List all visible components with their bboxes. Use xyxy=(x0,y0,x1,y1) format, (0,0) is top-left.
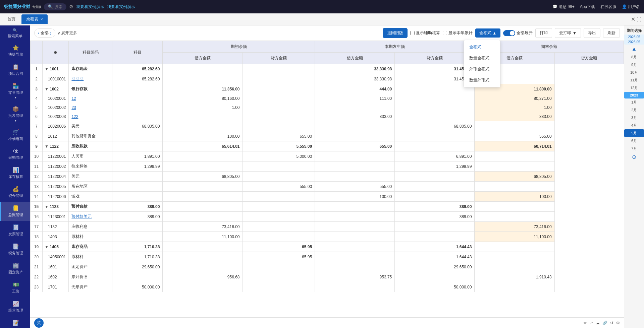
period-month-1[interactable]: 1月 xyxy=(624,99,644,106)
expand-more-btn[interactable]: ∨ 展开更多 xyxy=(57,30,77,36)
collapse-icon[interactable]: ▼ xyxy=(45,87,50,91)
search-bar[interactable]: 🔍 搜索 xyxy=(44,3,66,10)
sidebar-item-finance[interactable]: 💰 资金管理 xyxy=(0,183,30,202)
sidebar-item-ledger[interactable]: 📒 总账管理 xyxy=(0,202,30,221)
period-month-7[interactable]: 7月 xyxy=(624,145,644,152)
bottom-cloud-icon[interactable]: ☁ xyxy=(596,321,600,325)
cell-curr-credit xyxy=(315,262,395,272)
sidebar-item-invoice[interactable]: 🧾 发票管理 xyxy=(0,221,30,240)
bottom-edit-icon[interactable]: ✏ xyxy=(584,321,587,325)
cell-rownum: 9 xyxy=(31,141,43,151)
collapse-icon[interactable]: ▼ xyxy=(45,245,50,249)
name-text: 往来标签 xyxy=(71,164,88,169)
collapse-icon[interactable]: ▼ xyxy=(45,204,50,209)
sidebar-item-wholesale[interactable]: 📦 批发管理 ▼ xyxy=(0,103,30,126)
chat-btn[interactable]: 英 xyxy=(34,318,44,328)
cell-name[interactable]: 122 xyxy=(69,112,112,121)
name-link[interactable]: 23 xyxy=(71,105,76,110)
sidebar-item-sales[interactable]: 📝 小畅报销 xyxy=(0,316,30,328)
cell-name[interactable]: 预付款美元 xyxy=(69,212,112,222)
auxiliary-checkbox[interactable] xyxy=(410,31,415,35)
return-old-btn[interactable]: 退回旧版 xyxy=(383,28,408,38)
show-auxiliary-check[interactable]: 显示辅助核算 xyxy=(410,30,440,36)
tab-balance-close[interactable]: ✕ xyxy=(40,17,43,21)
cell-curr-credit: 655.00 xyxy=(315,141,395,151)
tab-bar-close-icon[interactable]: ✕ xyxy=(631,16,635,22)
name-link[interactable]: 回回回 xyxy=(71,76,84,81)
settings-icon[interactable]: ⚙ xyxy=(69,4,73,9)
period-month-12[interactable]: 12月 xyxy=(624,84,644,92)
cell-name: 所在地区 xyxy=(69,182,112,192)
code-text: 11220001 xyxy=(48,154,66,159)
period-month-11[interactable]: 11月 xyxy=(624,76,644,84)
cell-ob-credit xyxy=(163,161,243,172)
bottom-link-icon[interactable]: 🔗 xyxy=(602,321,607,325)
period-up-arrow[interactable]: ▲ xyxy=(630,45,638,53)
user-menu[interactable]: 👤 用户名 xyxy=(622,4,640,10)
annual-checkbox[interactable] xyxy=(443,31,447,35)
top-bar: 畅捷通好业财 专业版 🔍 搜索 ⚙ 我要看实例演示 我要看实例演示 💬 消息 9… xyxy=(0,0,644,13)
sidebar-item-operation[interactable]: 📈 经营管理 xyxy=(0,297,30,316)
mode-amount[interactable]: 金额式 xyxy=(464,42,500,53)
sidebar-item-quick-nav[interactable]: ⭐ 快捷导航 xyxy=(0,41,30,60)
bottom-settings-icon[interactable]: ⚙ xyxy=(616,321,620,325)
app-download-btn[interactable]: App下载 xyxy=(580,4,595,10)
period-month-4[interactable]: 4月 xyxy=(624,122,644,129)
collapse-icon[interactable]: ▼ xyxy=(45,144,50,149)
sidebar-item-inventory[interactable]: 📊 库存核算 xyxy=(0,163,30,183)
period-month-9[interactable]: 9月 xyxy=(624,61,644,69)
name-link[interactable]: 122 xyxy=(71,114,78,119)
sidebar-search[interactable]: 🔍 搜索菜单 xyxy=(0,25,30,41)
nav-forward-icon: › xyxy=(50,30,52,36)
period-month-2[interactable]: 2月 xyxy=(624,106,644,114)
notification-btn[interactable]: 💬 消息 99+ xyxy=(552,4,574,10)
mode-qty-amount[interactable]: 数量金额式 xyxy=(464,53,500,64)
sidebar-item-ecommerce[interactable]: 🛒 小畅电商 xyxy=(0,126,30,145)
tab-home[interactable]: 首页 xyxy=(3,14,20,24)
expand-all-toggle[interactable]: 全部展开 xyxy=(503,30,533,36)
expand-all-switch[interactable] xyxy=(503,30,515,36)
period-down-arrow[interactable]: ⊙ xyxy=(631,152,638,161)
refresh-btn[interactable]: 刷新 xyxy=(603,28,620,38)
bottom-undo-icon[interactable]: ↺ xyxy=(610,321,613,325)
mode-foreign-amount[interactable]: 外币金额式 xyxy=(464,64,500,75)
mode-btn[interactable]: 金额式 ▲ xyxy=(475,28,500,38)
cloud-print-btn[interactable]: 云打印 ▼ xyxy=(555,28,581,38)
cell-name[interactable]: 回回回 xyxy=(69,74,112,84)
sidebar-item-retail[interactable]: 🏪 零售管理 ▼ xyxy=(0,79,30,103)
period-month-5[interactable]: 5月 xyxy=(624,129,644,137)
name-link[interactable]: 12 xyxy=(71,96,76,101)
code-text: 1602 xyxy=(48,275,57,279)
tab-bar-expand-icon[interactable]: ⛶ xyxy=(637,17,641,22)
demo-text[interactable]: 我要看实例演示 xyxy=(107,4,135,10)
mode-qty-foreign[interactable]: 数量外币式 xyxy=(464,75,500,86)
bottom-search-icon[interactable]: ↗ xyxy=(590,321,593,325)
sidebar-item-tax[interactable]: 📑 税务管理 xyxy=(0,240,30,259)
cell-name[interactable]: 12 xyxy=(69,94,112,103)
period-month-8[interactable]: 8月 xyxy=(624,53,644,61)
annual-label: 显示本年累计 xyxy=(448,30,473,36)
cell-cb-debit: 1,644.43 xyxy=(395,242,475,252)
th-settings[interactable]: ⚙ xyxy=(43,41,69,64)
online-service-btn[interactable]: 在线客服 xyxy=(600,4,616,10)
show-annual-check[interactable]: 显示本年累计 xyxy=(443,30,473,36)
code-text: 11230001 xyxy=(48,214,66,219)
collapse-icon[interactable]: ▼ xyxy=(45,67,50,71)
cell-rownum: 20 xyxy=(31,252,43,262)
tab-balance[interactable]: 余额表 ✕ xyxy=(21,14,48,24)
wholesale-arrow: ▼ xyxy=(14,119,17,122)
sidebar-item-assets[interactable]: 🏢 固定资产 xyxy=(0,259,30,278)
sidebar-item-salary[interactable]: 💵 工资 xyxy=(0,278,30,297)
name-text: 游戏 xyxy=(71,194,79,199)
cell-name[interactable]: 23 xyxy=(69,103,112,112)
sidebar-item-project[interactable]: 📋 项目合同 xyxy=(0,60,30,79)
export-btn[interactable]: 导出 xyxy=(584,28,600,38)
name-link[interactable]: 预付款美元 xyxy=(71,214,92,219)
sidebar-item-purchase[interactable]: 🛍 采购管理 xyxy=(0,145,30,163)
period-month-6[interactable]: 6月 xyxy=(624,137,644,145)
nav-select[interactable]: ‹ 全部 › xyxy=(34,28,55,38)
period-month-3[interactable]: 3月 xyxy=(624,114,644,122)
period-month-10[interactable]: 10月 xyxy=(624,69,644,76)
demo-link[interactable]: 我要看实例演示 xyxy=(76,4,104,10)
print-btn[interactable]: 打印 xyxy=(535,28,552,38)
